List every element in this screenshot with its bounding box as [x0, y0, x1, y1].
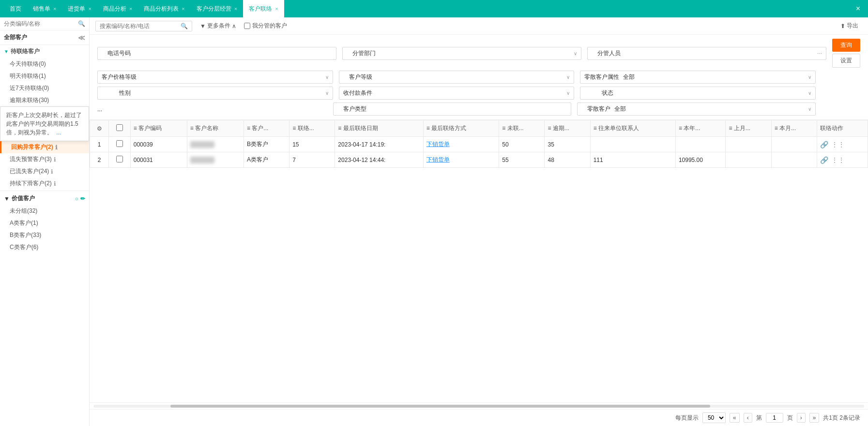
per-page-select[interactable]: 50 [702, 412, 726, 423]
scrollbar-thumb[interactable] [170, 405, 710, 408]
export-btn[interactable]: ⬆ 导出 [837, 20, 862, 31]
status-field[interactable]: 状态 ∨ [580, 87, 816, 100]
nav-analysis-list-label: 商品分析列表 [144, 5, 179, 13]
action-btn-group: 查询 设置 [832, 39, 860, 68]
col-name: ≡ 客户名称 [187, 120, 244, 137]
sidebar-item-churn-warning[interactable]: 流失预警客户(3) ℹ [0, 153, 89, 165]
manager-field[interactable]: 分管人员 ··· [587, 47, 826, 60]
sidebar-item-overdue[interactable]: 逾期未联络(30) [0, 94, 89, 106]
row2-actions: 🔗 ⋮⋮ [817, 152, 868, 168]
col-contact-label: 联络... [298, 125, 314, 132]
col-checkbox[interactable] [109, 120, 130, 137]
col-current-month: ≡ 本月... [771, 120, 817, 137]
gear-icon[interactable]: ⚙ [97, 125, 102, 132]
cp-sort-icon: ≡ [594, 125, 597, 132]
row2-checkbox[interactable] [109, 152, 130, 168]
customer-type-field[interactable]: 客户类型 [333, 103, 572, 116]
more-filter-btn[interactable]: ▼ 更多条件 ∧ [196, 20, 240, 31]
sidebar-item-ungroup[interactable]: 未分组(32) [0, 205, 89, 217]
nav-analysis-close[interactable]: × [129, 6, 132, 12]
sidebar-value-group-header[interactable]: ▼ 价值客户 ○ ✏ [0, 192, 89, 205]
sidebar-all-customers-header: 全部客户 ≪ [0, 30, 89, 45]
sidebar-item-b-class[interactable]: B类客户(33) [0, 229, 89, 241]
sidebar-item-tomorrow[interactable]: 明天待联络(1) [0, 70, 89, 82]
sidebar-group-pending-title[interactable]: ▼ 待联络客户 [0, 45, 89, 58]
dept-label: 分管部门 [347, 49, 376, 58]
sidebar-item-declining[interactable]: 持续下滑客户(2) ℹ [0, 177, 89, 190]
nav-analysis[interactable]: 商品分析 × [97, 0, 138, 17]
nav-purchase[interactable]: 进货单 × [62, 0, 97, 17]
row1-action-link[interactable]: 🔗 [820, 141, 828, 148]
row2-last-month [726, 152, 771, 168]
nav-customer-tier[interactable]: 客户分层经营 × [191, 0, 243, 17]
nav-analysis-list[interactable]: 商品分析列表 × [138, 0, 190, 17]
nav-sales[interactable]: 销售单 × [27, 0, 62, 17]
sidebar-collapse-icon[interactable]: ≪ [78, 34, 85, 42]
settings-button[interactable]: 设置 [832, 54, 860, 68]
c-class-label: C类客户(6) [10, 243, 38, 251]
declining-label: 持续下滑客户(2) [10, 179, 52, 188]
my-customer-checkbox[interactable] [244, 23, 250, 29]
row1-last-date: 2023-04-17 14:19: [335, 137, 423, 152]
gender-field[interactable]: 性别 ∨ [97, 87, 333, 100]
row1-contact-person [590, 137, 675, 152]
nav-customer-contact-close[interactable]: × [275, 6, 278, 12]
col-last-month: ≡ 上月... [726, 120, 771, 137]
window-close-btn[interactable]: × [852, 4, 864, 13]
nav-home-label: 首页 [10, 5, 21, 13]
sidebar-item-7days[interactable]: 近7天待联络(0) [0, 82, 89, 94]
horizontal-scrollbar[interactable] [90, 402, 868, 409]
col-name-label: 客户名称 [195, 125, 218, 132]
query-button[interactable]: 查询 [832, 39, 860, 52]
row1-action-more[interactable]: ⋮⋮ [831, 141, 845, 148]
main-search-input[interactable] [100, 23, 179, 29]
sidebar-item-repurchase-abnormal[interactable]: 回购异常客户(2) ℹ [0, 141, 89, 153]
nav-sales-close[interactable]: × [53, 6, 56, 12]
phone-label: 电话号码 [102, 49, 131, 58]
my-customer-check[interactable]: 我分管的客户 [244, 22, 287, 30]
payment-field[interactable]: 收付款条件 ∨ [339, 87, 575, 100]
first-page-btn[interactable]: « [730, 413, 740, 423]
nav-home[interactable]: 首页 [4, 0, 27, 17]
more-conditions-label: 更多条件 [207, 22, 230, 30]
sidebar-search-area: 🔍 [0, 17, 89, 30]
select-all-checkbox[interactable] [116, 124, 123, 131]
row1-checkbox[interactable] [109, 137, 130, 152]
nav-analysis-list-close[interactable]: × [182, 6, 184, 12]
edit-icon2[interactable]: ✏ [80, 195, 85, 202]
retail-attr-field[interactable]: 零散客户属性 全部 ∨ [580, 71, 816, 84]
nav-customer-contact[interactable]: 客户联络 × [243, 0, 284, 17]
last-page-btn[interactable]: » [809, 413, 820, 423]
row2-action-link[interactable]: 🔗 [820, 156, 828, 164]
col-current-year: ≡ 本年... [675, 120, 726, 137]
customer-level-field[interactable]: 客户等级 ∨ [339, 71, 575, 84]
sidebar-search-input[interactable] [4, 20, 78, 27]
sidebar-item-churned[interactable]: 已流失客户(24) ℹ [0, 165, 89, 177]
row2-action-more[interactable]: ⋮⋮ [831, 156, 845, 164]
price-level-field[interactable]: 客户价格等级 ∨ [97, 71, 333, 84]
row2-last-method[interactable]: 下销货单 [423, 152, 499, 168]
filter-bar: 🔍 ▼ 更多条件 ∧ 我分管的客户 ⬆ 导出 [90, 17, 868, 35]
all-customers-label: 全部客户 [4, 33, 27, 42]
next-page-btn[interactable]: › [797, 413, 806, 423]
nav-customer-tier-close[interactable]: × [234, 6, 237, 12]
filter-row-1: 电话号码 分管部门 ∨ 分管人员 ··· 查询 设置 [97, 39, 860, 68]
sidebar-item-a-class[interactable]: A类客户(1) [0, 217, 89, 229]
nav-purchase-close[interactable]: × [88, 6, 91, 12]
edit-icon1[interactable]: ○ [75, 195, 78, 202]
dept-field[interactable]: 分管部门 ∨ [342, 47, 581, 60]
col-cp-label: 往来单位联系人 [598, 125, 639, 132]
page-input[interactable] [766, 413, 783, 423]
sidebar-search-icon[interactable]: 🔍 [78, 20, 85, 27]
sidebar-item-c-class[interactable]: C类客户(6) [0, 241, 89, 253]
sidebar-item-today[interactable]: 今天待联络(0) [0, 58, 89, 70]
phone-field[interactable]: 电话号码 [97, 47, 336, 60]
churn-info-icon: ℹ [54, 156, 56, 163]
main-search-icon[interactable]: 🔍 [181, 23, 188, 29]
col-gear[interactable]: ⚙ [90, 120, 109, 137]
row1-last-method[interactable]: 下销货单 [423, 137, 499, 152]
row2-select[interactable] [116, 156, 123, 162]
row1-select[interactable] [116, 140, 123, 147]
prev-page-btn[interactable]: ‹ [744, 413, 752, 423]
retail-customer-field[interactable]: 零散客户 全部 ∨ [577, 103, 816, 116]
